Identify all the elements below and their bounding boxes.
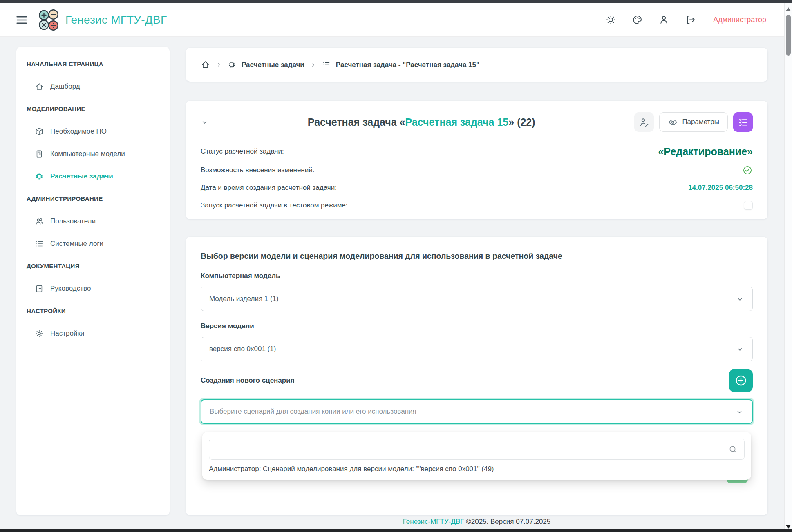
gear-icon bbox=[35, 329, 44, 338]
cpu-icon bbox=[228, 60, 236, 69]
chevron-right-icon bbox=[215, 61, 222, 68]
plus-circle-icon bbox=[734, 374, 747, 387]
created-row: Дата и время создания расчетной задачи: … bbox=[201, 179, 753, 196]
sidebar-section-administration: АДМИНИСТРИРОВАНИЕ bbox=[27, 187, 166, 210]
editable-row: Возможность внесения изменений: bbox=[201, 161, 753, 179]
scenario-label: Создания нового сценария bbox=[201, 376, 295, 385]
users-icon bbox=[35, 217, 44, 226]
status-value: «Редактирование» bbox=[658, 146, 753, 158]
scrollbar-track[interactable] bbox=[784, 3, 792, 529]
chevron-down-icon bbox=[736, 345, 744, 354]
home-icon bbox=[35, 82, 44, 91]
app-window: Генезис МГТУ-ДВГ Администратор НАЧАЛЬНАЯ… bbox=[0, 0, 792, 532]
sidebar-item-computation-tasks[interactable]: Расчетные задачи bbox=[27, 165, 166, 187]
user-role-label[interactable]: Администратор bbox=[713, 16, 766, 24]
chevron-down-icon bbox=[735, 407, 744, 416]
hamburger-menu-icon[interactable] bbox=[15, 13, 29, 27]
sidebar-item-label: Компьютерные модели bbox=[50, 150, 125, 158]
scrollbar-up-arrow[interactable] bbox=[786, 7, 791, 11]
sidebar-item-label: Дашборд bbox=[50, 82, 80, 91]
version-select[interactable]: версия спо 0x001 (1) bbox=[201, 337, 753, 361]
task-actions: Параметры bbox=[634, 112, 753, 132]
checklist-button[interactable] bbox=[733, 112, 753, 132]
status-label: Статус расчетной задачи: bbox=[201, 147, 284, 156]
scenario-dropdown: Администратор: Сценарий моделирования дл… bbox=[202, 432, 751, 480]
sidebar-section-modeling: МОДЕЛИРОВАНИЕ bbox=[27, 98, 166, 120]
scenario-select-placeholder: Выберите сценарий для создания копии или… bbox=[210, 407, 416, 416]
header-actions: Администратор bbox=[605, 14, 766, 25]
status-row: Статус расчетной задачи: «Редактирование… bbox=[201, 142, 753, 161]
breadcrumb-home-icon[interactable] bbox=[201, 60, 210, 69]
dropdown-option[interactable]: Администратор: Сценарий моделирования дл… bbox=[209, 465, 745, 473]
sidebar-item-label: Необходимое ПО bbox=[50, 127, 107, 136]
sidebar-item-settings[interactable]: Настройки bbox=[27, 322, 166, 345]
footer-brand-link[interactable]: Генезис-МГТУ-ДВГ bbox=[403, 518, 464, 525]
package-icon bbox=[35, 127, 44, 136]
eye-icon bbox=[668, 117, 678, 127]
footer: Генезис-МГТУ-ДВГ ©2025. Версия 07.07.202… bbox=[186, 518, 767, 526]
window-bottom-edge bbox=[0, 529, 792, 532]
breadcrumb-link-tasks[interactable]: Расчетные задачи bbox=[242, 61, 304, 69]
task-title-highlight: Расчетная задача 15 bbox=[405, 116, 509, 128]
sidebar-item-system-logs[interactable]: Системные логи bbox=[27, 232, 166, 255]
book-icon bbox=[35, 284, 44, 293]
app-title: Генезис МГТУ-ДВГ bbox=[65, 13, 167, 27]
created-value: 14.07.2025 06:50:28 bbox=[688, 184, 753, 192]
list-icon bbox=[35, 239, 44, 248]
cpu-icon bbox=[35, 172, 44, 181]
breadcrumb-current-page: Расчетная задача - "Расчетная задача 15" bbox=[336, 61, 479, 69]
model-select[interactable]: Модель изделия 1 (1) bbox=[201, 287, 753, 311]
add-scenario-button[interactable] bbox=[729, 369, 753, 392]
created-label: Дата и время создания расчетной задачи: bbox=[201, 184, 337, 192]
sidebar: НАЧАЛЬНАЯ СТРАНИЦА Дашборд МОДЕЛИРОВАНИЕ… bbox=[16, 47, 170, 515]
task-title: Расчетная задача «Расчетная задача 15» (… bbox=[208, 116, 634, 128]
person-edit-icon bbox=[639, 117, 650, 128]
sidebar-item-label: Системные логи bbox=[50, 240, 103, 248]
sidebar-item-label: Настройки bbox=[50, 329, 84, 338]
sidebar-section-settings: НАСТРОЙКИ bbox=[27, 300, 166, 322]
sidebar-item-manual[interactable]: Руководство bbox=[27, 277, 166, 300]
test-mode-row: Запуск расчетной задачи в тестовом режим… bbox=[201, 196, 753, 214]
sidebar-section-documentation: ДОКУМЕНТАЦИЯ bbox=[27, 255, 166, 277]
sidebar-item-computer-models[interactable]: Компьютерные модели bbox=[27, 142, 166, 165]
task-status-rows: Статус расчетной задачи: «Редактирование… bbox=[201, 142, 753, 214]
scrollbar-down-arrow[interactable] bbox=[786, 525, 791, 529]
checklist-icon bbox=[738, 117, 749, 128]
task-card: Расчетная задача «Расчетная задача 15» (… bbox=[186, 101, 767, 219]
scenario-select[interactable]: Выберите сценарий для создания копии или… bbox=[201, 399, 753, 424]
version-label: Версия модели bbox=[201, 322, 753, 330]
task-card-header: Расчетная задача «Расчетная задача 15» (… bbox=[201, 112, 753, 132]
test-mode-label: Запуск расчетной задачи в тестовом режим… bbox=[201, 201, 348, 209]
dropdown-search-box bbox=[209, 439, 745, 460]
task-title-prefix: Расчетная задача « bbox=[308, 116, 405, 128]
sidebar-section-home: НАЧАЛЬНАЯ СТРАНИЦА bbox=[27, 53, 166, 75]
window-top-edge bbox=[0, 0, 792, 3]
chevron-down-icon bbox=[736, 295, 744, 303]
app-header: Генезис МГТУ-ДВГ Администратор bbox=[0, 3, 784, 37]
sidebar-item-dashboard[interactable]: Дашборд bbox=[27, 75, 166, 98]
user-icon[interactable] bbox=[658, 14, 669, 25]
sidebar-item-users[interactable]: Пользователи bbox=[27, 210, 166, 232]
chevron-right-icon bbox=[310, 61, 317, 68]
scrollbar-thumb[interactable] bbox=[786, 15, 791, 56]
sidebar-item-required-software[interactable]: Необходимое ПО bbox=[27, 120, 166, 142]
editable-label: Возможность внесения изменений: bbox=[201, 166, 314, 174]
logout-icon[interactable] bbox=[685, 14, 696, 25]
test-mode-checkbox[interactable] bbox=[744, 201, 753, 210]
palette-icon[interactable] bbox=[632, 14, 643, 25]
dropdown-search-input[interactable] bbox=[216, 445, 728, 454]
parameters-button-label: Параметры bbox=[682, 118, 719, 126]
list-icon bbox=[322, 60, 331, 69]
assign-user-button[interactable] bbox=[634, 112, 654, 132]
check-circle-icon bbox=[742, 165, 753, 176]
parameters-button[interactable]: Параметры bbox=[659, 112, 728, 132]
model-select-value: Модель изделия 1 (1) bbox=[209, 295, 279, 303]
task-title-suffix: » (22) bbox=[508, 116, 535, 128]
search-icon[interactable] bbox=[728, 445, 738, 454]
collapse-chevron-icon[interactable] bbox=[201, 118, 208, 126]
model-selection-card: Выбор версии модели и сценария моделиров… bbox=[186, 237, 767, 515]
sidebar-item-label: Руководство bbox=[50, 285, 91, 293]
breadcrumb: Расчетные задачи Расчетная задача - "Рас… bbox=[186, 48, 767, 82]
theme-sun-icon[interactable] bbox=[605, 14, 616, 25]
sidebar-item-label: Пользователи bbox=[50, 217, 96, 225]
